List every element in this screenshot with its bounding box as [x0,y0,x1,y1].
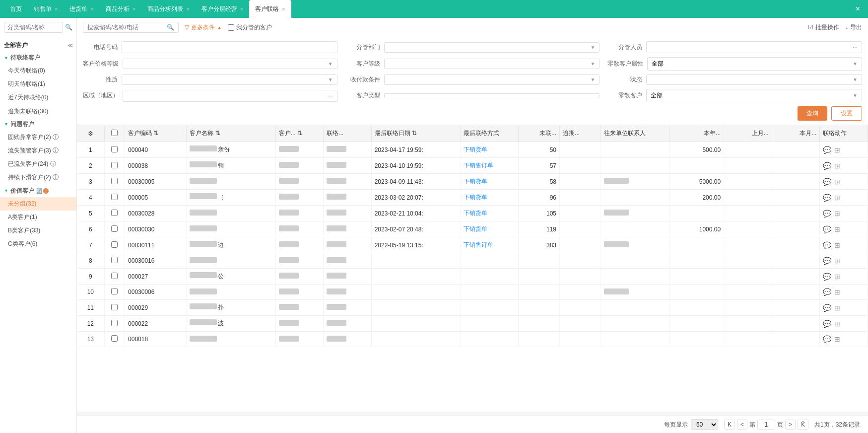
sidebar-item-declining[interactable]: 持续下滑客户(2) ⓘ [0,171,76,184]
row-checkbox[interactable] [104,142,125,158]
contact-method-link[interactable]: 下销售订单 [464,162,493,169]
tab-customer-segment[interactable]: 客户分层经营 × [196,0,249,18]
tab-customer-contact[interactable]: 客户联络 × [249,0,291,18]
query-button[interactable]: 查询 [798,106,827,121]
tab-product-analysis-list[interactable]: 商品分析列表 × [141,0,195,18]
area-select[interactable]: ··· [123,90,337,102]
prev-page-btn[interactable]: < [737,420,747,430]
contact-method-link[interactable]: 下销货单 [464,194,487,201]
message-icon[interactable]: 💬 [823,194,831,202]
tab-sales[interactable]: 销售单 × [28,0,64,18]
message-icon[interactable]: 💬 [823,241,831,249]
sidebar-item-today[interactable]: 今天待联络(0) [0,64,76,77]
first-page-btn[interactable]: K [724,420,735,430]
message-icon[interactable]: 💬 [823,225,831,233]
sidebar-item-class-c[interactable]: C类客户(6) [0,237,76,251]
grid-icon[interactable]: ⊞ [834,146,840,154]
sidebar-item-7days[interactable]: 近7天待联络(0) [0,91,76,104]
message-icon[interactable]: 💬 [823,146,831,154]
price-grade-select[interactable]: ▼ [123,59,337,69]
message-icon[interactable]: 💬 [823,210,831,217]
customer-search-icon[interactable]: 🔍 [167,24,174,31]
dept-select[interactable]: ▼ [384,42,600,53]
sidebar-item-class-a[interactable]: A类客户(1) [0,211,76,224]
phone-input[interactable] [122,41,337,53]
grid-icon[interactable]: ⊞ [834,178,840,186]
retail-attr-select[interactable]: 全部 ▼ [647,57,862,71]
row-checkbox[interactable] [104,158,125,174]
grid-icon[interactable]: ⊞ [834,257,840,265]
row-checkbox[interactable] [104,237,125,253]
next-page-btn[interactable]: > [785,420,796,430]
row-checkbox[interactable] [104,221,125,237]
row-checkbox[interactable] [104,190,125,206]
export-btn[interactable]: ↓ 导出 [845,23,862,32]
reset-button[interactable]: 设置 [831,106,862,121]
close-purchase-icon[interactable]: × [90,6,93,12]
grid-icon[interactable]: ⊞ [834,162,840,170]
customer-grade-select[interactable]: ▼ [384,59,600,69]
grid-icon[interactable]: ⊞ [834,335,840,343]
close-product-analysis-list-icon[interactable]: × [186,6,189,12]
more-conditions-btn[interactable]: ▽ 更多条件 ▲ [185,23,222,32]
row-checkbox[interactable] [104,316,125,332]
message-icon[interactable]: 💬 [823,304,831,312]
sidebar-item-churn-warning[interactable]: 流失预警客户(3) ⓘ [0,144,76,157]
sidebar-item-tomorrow[interactable]: 明天待联络(1) [0,77,76,91]
my-customers-checkbox[interactable] [228,24,234,31]
retail-customer-select[interactable]: 全部 ▼ [646,89,862,102]
grid-icon[interactable]: ⊞ [834,273,840,281]
page-input[interactable] [757,420,775,430]
message-icon[interactable]: 💬 [823,257,831,265]
page-size-select[interactable]: 50 100 200 [691,419,718,430]
row-checkbox[interactable] [104,269,125,285]
row-checkbox[interactable] [104,332,125,347]
close-all-tabs-icon[interactable]: × [852,4,864,13]
sidebar-item-abnormal[interactable]: 固购异常客户(2) ⓘ [0,131,76,144]
sidebar-item-unclassified[interactable]: 未分组(32) [0,197,76,211]
message-icon[interactable]: 💬 [823,320,831,328]
col-header-settings[interactable]: ⚙ [77,125,104,142]
message-icon[interactable]: 💬 [823,178,831,186]
message-icon[interactable]: 💬 [823,335,831,343]
payment-select[interactable]: ▼ [384,74,600,85]
close-product-analysis-icon[interactable]: × [133,6,135,12]
grid-icon[interactable]: ⊞ [834,304,840,312]
grid-icon[interactable]: ⊞ [834,210,840,217]
grid-icon[interactable]: ⊞ [834,241,840,249]
sidebar-search-input[interactable] [4,22,63,33]
grid-icon[interactable]: ⊞ [834,288,840,296]
sidebar-item-churned[interactable]: 已流失客户(24) ⓘ [0,157,76,171]
customer-search-box[interactable]: 🔍 [83,22,179,33]
grid-icon[interactable]: ⊞ [834,320,840,328]
sidebar-item-class-b[interactable]: B类客户(33) [0,224,76,237]
select-all-checkbox[interactable] [111,130,118,136]
sidebar-search-icon[interactable]: 🔍 [65,24,72,31]
tab-product-analysis[interactable]: 商品分析 × [100,0,141,18]
contact-method-link[interactable]: 下销货单 [464,146,487,153]
contact-method-link[interactable]: 下销货单 [464,225,487,232]
message-icon[interactable]: 💬 [823,288,831,296]
status-select[interactable]: ▼ [646,74,862,85]
contact-method-link[interactable]: 下销货单 [464,210,487,216]
message-icon[interactable]: 💬 [823,273,831,281]
grid-icon[interactable]: ⊞ [834,225,840,233]
close-customer-contact-icon[interactable]: × [282,6,285,12]
contact-method-link[interactable]: 下销售订单 [464,241,493,248]
contact-method-link[interactable]: 下销货单 [464,178,487,185]
row-checkbox[interactable] [104,174,125,190]
row-checkbox[interactable] [104,285,125,300]
row-checkbox[interactable] [104,253,125,269]
col-header-checkbox[interactable] [104,125,125,142]
sidebar-item-overdue[interactable]: 逾期未联络(30) [0,105,76,118]
row-checkbox[interactable] [104,300,125,316]
gender-select[interactable]: ▼ [122,74,337,85]
customer-type-select[interactable] [384,93,600,98]
row-checkbox[interactable] [104,206,125,221]
message-icon[interactable]: 💬 [823,162,831,170]
close-customer-segment-icon[interactable]: × [240,6,243,12]
batch-operation-btn[interactable]: ☑ 批量操作 [808,23,839,32]
all-customers-header[interactable]: 全部客户 ≪ [0,37,76,52]
grid-icon[interactable]: ⊞ [834,194,840,202]
close-sales-icon[interactable]: × [55,6,58,12]
